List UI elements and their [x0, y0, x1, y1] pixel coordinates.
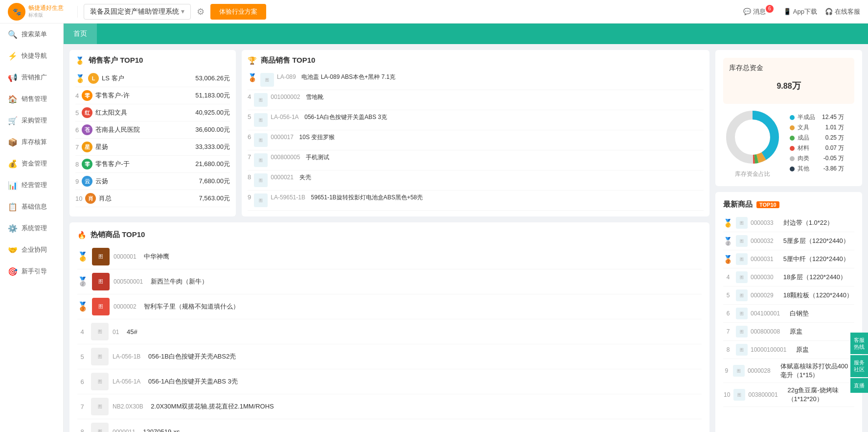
customer-list-row[interactable]: 9 云 云扬 7,680.00元	[75, 173, 230, 190]
new-product-image: 图	[733, 389, 745, 401]
hot-product-row[interactable]: 8 图 0000011 12070519-xs	[77, 419, 702, 432]
gear-icon[interactable]: ⚙	[197, 6, 205, 17]
customer-list-row[interactable]: 8 零 零售客户-于 21,680.00元	[75, 156, 230, 173]
hot-product-row[interactable]: 🥇 图 0000001 中华神鹰	[77, 244, 702, 269]
new-products-list: 🥇 图 0000033 封边带（1.0*22） 🥈 图 0000032 5厘多层…	[723, 214, 854, 407]
rank-number: 9	[723, 367, 730, 374]
clipboard-icon: 📋	[8, 202, 18, 212]
new-product-image: 图	[736, 344, 748, 356]
product-sales-row[interactable]: 5 图 LA-056-1A 056-1A白色按键开关盖ABS 3克	[248, 110, 704, 130]
trial-button[interactable]: 体验行业方案	[210, 4, 266, 20]
product-sales-row[interactable]: 6 图 0000017 10S 变扭罗猴	[248, 130, 704, 150]
rank-number: 10	[75, 195, 82, 202]
hot-product-row[interactable]: 5 图 LA-056-1B 056-1B白色按键开关壳ABS2壳	[77, 344, 702, 369]
hot-product-row[interactable]: 6 图 LA-056-1A 056-1A白色按键开关盖ABS 3壳	[77, 369, 702, 394]
phone-icon: 📱	[783, 8, 791, 15]
new-product-image: 图	[736, 271, 748, 283]
message-button[interactable]: 💬 消息 6	[743, 7, 776, 16]
sidebar-item-inventory[interactable]: 📦 库存核算	[0, 131, 63, 153]
gear-settings-icon: ⚙️	[8, 223, 18, 233]
new-product-row[interactable]: 🥇 图 0000033 封边带（1.0*22）	[723, 214, 854, 232]
target-icon: 🎯	[8, 266, 18, 276]
product-sales-row[interactable]: 7 图 000800005 手机测试	[248, 150, 704, 170]
new-product-code: 003800001	[748, 391, 777, 398]
product-sales-row[interactable]: 🥉 图 LA-089 电池盖 LA-089 ABS本色+黑种 7.1克	[248, 70, 704, 90]
hot-products-panel: 🔥 热销商品 TOP10 🥇 图 0000001 中华神鹰 🥈 图 000500…	[69, 222, 709, 432]
customer-list-row[interactable]: 7 星 星扬 33,333.00元	[75, 139, 230, 156]
new-product-name: 原盅	[796, 345, 809, 354]
app-download-button[interactable]: 📱 App下载	[783, 7, 817, 16]
hot-product-name: 45#	[127, 328, 137, 336]
product-image-placeholder: 图	[254, 93, 268, 107]
cs-community-button[interactable]: 服务社区	[850, 355, 868, 377]
customer-list-row[interactable]: 10 肖 肖总 7,563.00元	[75, 190, 230, 207]
sidebar-item-search[interactable]: 🔍 搜索菜单	[0, 24, 63, 45]
new-product-row[interactable]: 4 图 0000030 18多层（1220*2440）	[723, 268, 854, 287]
new-product-row[interactable]: 🥈 图 0000032 5厘多层（1220*2440）	[723, 232, 854, 250]
hot-product-info: LA-056-1A 056-1A白色按键开关盖ABS 3壳	[113, 377, 702, 386]
sidebar-item-quick-nav[interactable]: ⚡ 快捷导航	[0, 45, 63, 67]
customer-name: 云扬	[95, 177, 199, 186]
sidebar-item-enterprise[interactable]: 🤝 企业协同	[0, 239, 63, 261]
hot-product-row[interactable]: 🥈 图 000500001 新西兰牛肉（新牛）	[77, 269, 702, 294]
rank-icon: 5	[75, 109, 79, 117]
cs-direct-button[interactable]: 直播	[850, 378, 868, 393]
hot-product-row[interactable]: 🥉 图 0000002 智利车子里（规格不知道填什么）	[77, 294, 702, 319]
rank-icon: 10	[75, 195, 82, 202]
tab-home[interactable]: 首页	[64, 24, 97, 44]
product-image-placeholder: 图	[254, 173, 268, 187]
customer-list-row[interactable]: 🥇 L LS 客户 53,006.26元	[75, 70, 230, 87]
customer-list-row[interactable]: 5 红 红太阳文具 40,925.00元	[75, 104, 230, 121]
rank-number: 8	[75, 161, 79, 168]
customer-name: 苍南县人民医院	[95, 125, 195, 134]
rank-number: 9	[248, 193, 251, 201]
rank-number: 6	[77, 378, 87, 385]
product-sales-row[interactable]: 8 图 0000021 夹壳	[248, 170, 704, 191]
sidebar-item-marketing[interactable]: 📢 营销推广	[0, 67, 63, 88]
sidebar-item-base-info[interactable]: 📋 基础信息	[0, 196, 63, 217]
customer-name: 星扬	[95, 143, 195, 151]
new-product-code: 0000031	[751, 256, 774, 263]
hot-product-image-placeholder: 图	[91, 348, 109, 365]
product-code: 001000002	[271, 94, 300, 100]
new-product-row[interactable]: 5 图 0000029 18颗粒板（1220*2440）	[723, 287, 854, 305]
customer-list-row[interactable]: 4 零 零售客户-许 51,183.00元	[75, 87, 230, 104]
right-panel: 库存总资金 9.88万	[715, 50, 862, 432]
logo: 🐾 畅捷通好生意 标准版	[8, 3, 71, 21]
sidebar-item-purchase[interactable]: 🛒 采购管理	[0, 110, 63, 131]
hot-product-row[interactable]: 4 图 01 45#	[77, 319, 702, 344]
rank-number: 5	[77, 353, 87, 360]
product-code: LA-089	[277, 73, 296, 80]
legend-label: 半成品	[798, 113, 815, 121]
sidebar-item-operations[interactable]: 📊 经营管理	[0, 174, 63, 196]
sidebar-item-finance[interactable]: 💰 资金管理	[0, 153, 63, 174]
new-product-row[interactable]: 7 图 000800008 原盅	[723, 323, 854, 341]
customer-name: LS 客户	[102, 74, 195, 83]
sidebar-item-guide[interactable]: 🎯 新手引导	[0, 261, 63, 282]
product-sales-row[interactable]: 9 图 LA-59651-1B 59651-1B旋转投影灯电池盒ABS黑色+58…	[248, 191, 704, 211]
new-products-panel: 最新商品 TOP10 🥇 图 0000033 封边带（1.0*22） 🥈 图 0…	[715, 192, 862, 432]
hot-product-code: 01	[113, 329, 119, 336]
online-service-button[interactable]: 🎧 在线客服	[825, 7, 860, 16]
product-info: LA-089 电池盖 LA-089 ABS本色+黑种 7.1克	[277, 73, 704, 81]
hot-product-row[interactable]: 7 图 NB2.0X30B 2.0X30MM双搓花轴,搓花直径2.1MM/ROH…	[77, 394, 702, 419]
sidebar-item-system[interactable]: ⚙️ 系统管理	[0, 217, 63, 239]
hot-product-code: 0000011	[113, 429, 136, 432]
product-code: 000800005	[271, 154, 300, 161]
new-product-code: 0000030	[751, 274, 774, 281]
legend-item: 半成品 12.45 万	[790, 113, 844, 121]
new-product-row[interactable]: 🥉 图 0000031 5厘中纤（1220*2440）	[723, 250, 854, 268]
sidebar-item-sales[interactable]: 🏠 销售管理	[0, 88, 63, 110]
rank-icon: 4	[75, 92, 79, 99]
customer-list: 🥇 L LS 客户 53,006.26元 4 零 零售客户-许 51,183.0…	[75, 70, 230, 207]
logo-sub: 标准版	[28, 12, 64, 19]
new-product-name: 5厘多层（1220*2440）	[783, 237, 849, 245]
system-title[interactable]: 装备及固定资产辅助管理系统 ▾	[84, 4, 191, 20]
cs-hotline-button[interactable]: 客服热线	[850, 333, 868, 355]
new-product-row[interactable]: 10 图 003800001 22g鱼豆腐-烧烤味（1*12*20）	[723, 383, 854, 407]
customer-list-row[interactable]: 6 苍 苍南县人民医院 36,600.00元	[75, 121, 230, 139]
new-product-row[interactable]: 8 图 10000100001 原盅	[723, 341, 854, 359]
product-sales-row[interactable]: 4 图 001000002 雪地靴	[248, 90, 704, 110]
new-product-row[interactable]: 9 图 0000028 体赋嘉核味苏打饮品400毫升（1*15）	[723, 359, 854, 383]
new-product-row[interactable]: 6 图 004100001 白钢垫	[723, 305, 854, 323]
